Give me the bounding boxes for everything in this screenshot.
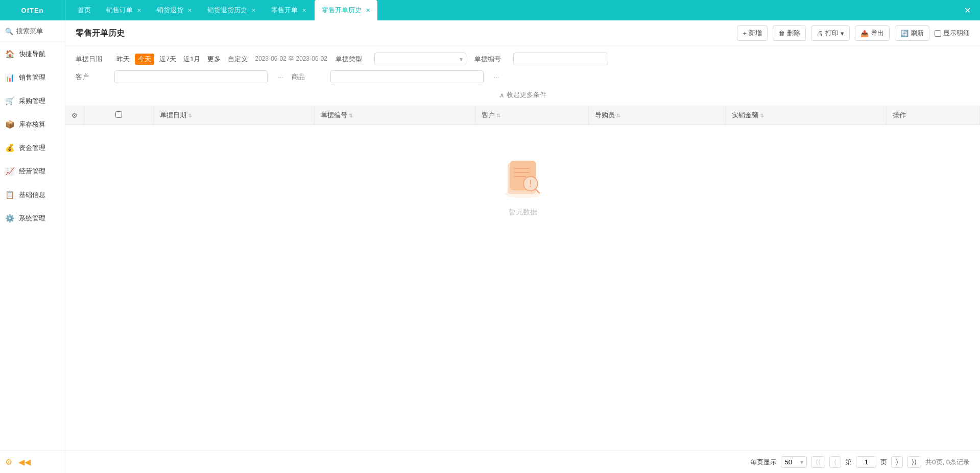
svg-point-8 xyxy=(530,186,531,187)
sort-salesperson-icon: ⇅ xyxy=(616,113,620,118)
tab-home-label: 首页 xyxy=(78,6,91,15)
top-nav: 首页 销售订单 ✕ 销货退货 ✕ 销货退货历史 ✕ 零售开单 ✕ 零售开单历史 … xyxy=(65,0,980,20)
delete-label: 删除 xyxy=(787,29,800,38)
date-range-display: 2023-06-02 至 2023-06-02 xyxy=(255,55,327,63)
page-number-input[interactable] xyxy=(856,456,876,468)
sidebar-item-basic-info[interactable]: 📋 基础信息 xyxy=(0,183,65,207)
per-page-label: 每页显示 xyxy=(750,458,777,467)
window-close-button[interactable]: ✕ xyxy=(960,6,975,15)
tab-retail-history[interactable]: 零售开单历史 ✕ xyxy=(315,0,377,20)
date-opt-custom[interactable]: 自定义 xyxy=(226,54,250,65)
print-dropdown-icon: ▾ xyxy=(841,30,844,37)
date-opt-yesterday[interactable]: 昨天 xyxy=(114,54,132,65)
date-opt-1month[interactable]: 近1月 xyxy=(181,54,202,65)
col-gear[interactable]: ⚙ xyxy=(65,106,84,125)
sidebar-item-label: 采购管理 xyxy=(19,96,45,106)
sidebar-item-quick-nav[interactable]: 🏠 快捷导航 xyxy=(0,42,65,66)
page-title: 零售开单历史 xyxy=(76,28,125,39)
export-button[interactable]: 📤 导出 xyxy=(855,26,890,41)
date-opt-today[interactable]: 今天 xyxy=(135,54,154,65)
collapse-bar[interactable]: ∧ 收起更多条件 xyxy=(76,88,970,99)
per-page-select[interactable]: 10 20 50 100 xyxy=(781,456,807,468)
add-label: 新增 xyxy=(749,29,762,38)
sidebar-item-label: 库存核算 xyxy=(19,120,45,129)
sidebar-item-system[interactable]: ⚙️ 系统管理 xyxy=(0,207,65,230)
filter-area: 单据日期 昨天 今天 近7天 近1月 更多 自定义 2023-06-02 至 2… xyxy=(65,46,980,106)
customer-input[interactable] xyxy=(114,70,268,83)
doc-type-label: 单据类型 xyxy=(336,55,366,64)
sidebar: OfTEn 🔍 搜索菜单 🏠 快捷导航 📊 销售管理 🛒 采购管理 📦 库存核算… xyxy=(0,0,65,473)
tab-retail-open[interactable]: 零售开单 ✕ xyxy=(264,0,314,20)
customer-more-icon[interactable]: ··· xyxy=(278,73,283,81)
collapse-sidebar-icon[interactable]: ◀◀ xyxy=(18,457,31,467)
tab-retail-open-label: 零售开单 xyxy=(271,6,298,15)
date-options: 昨天 今天 近7天 近1月 更多 自定义 2023-06-02 至 2023-0… xyxy=(114,54,327,65)
sidebar-item-finance[interactable]: 💰 资金管理 xyxy=(0,136,65,160)
sidebar-item-inventory[interactable]: 📦 库存核算 xyxy=(0,113,65,136)
money-icon: 💰 xyxy=(5,143,15,153)
tab-sales-order-label: 销售订单 xyxy=(106,6,133,15)
refresh-button[interactable]: 🔄 刷新 xyxy=(895,26,929,41)
print-label: 打印 xyxy=(825,29,839,38)
prev-page-button[interactable]: ⟨ xyxy=(829,456,841,468)
empty-text: 暂无数据 xyxy=(509,208,537,217)
tab-home[interactable]: 首页 xyxy=(70,0,98,20)
tab-sales-order[interactable]: 销售订单 ✕ xyxy=(99,0,149,20)
tab-sales-return-history-label: 销货退货历史 xyxy=(207,6,247,15)
operations-icon: 📈 xyxy=(5,167,15,176)
sidebar-item-operations[interactable]: 📈 经营管理 xyxy=(0,160,65,183)
delete-icon: 🗑 xyxy=(778,30,785,37)
select-all-checkbox[interactable] xyxy=(115,111,122,118)
search-icon: 🔍 xyxy=(5,28,13,35)
table-head: ⚙ 单据日期 ⇅ 单据编号 xyxy=(65,106,980,125)
print-button[interactable]: 🖨 打印 ▾ xyxy=(811,26,850,41)
per-page-select-wrapper: 10 20 50 100 xyxy=(781,456,807,468)
sidebar-item-label: 基础信息 xyxy=(19,190,45,200)
add-button[interactable]: + 新增 xyxy=(737,26,768,41)
app-title: OfTEn xyxy=(21,7,44,14)
show-detail-toggle[interactable]: 显示明细 xyxy=(935,29,970,38)
gear-icon: ⚙️ xyxy=(5,214,15,223)
last-page-button[interactable]: ⟩⟩ xyxy=(907,456,921,468)
table-container: ⚙ 单据日期 ⇅ 单据编号 xyxy=(65,106,980,451)
doc-no-input[interactable] xyxy=(513,53,608,65)
sidebar-item-purchase-mgmt[interactable]: 🛒 采购管理 xyxy=(0,89,65,113)
page-header: 零售开单历史 + 新增 🗑 删除 🖨 打印 ▾ 📤 导出 xyxy=(65,20,980,46)
show-detail-checkbox[interactable] xyxy=(935,30,941,37)
date-opt-more[interactable]: 更多 xyxy=(205,54,223,65)
col-checkbox xyxy=(84,106,154,125)
first-page-button[interactable]: ⟨⟨ xyxy=(811,456,825,468)
tab-sales-order-close[interactable]: ✕ xyxy=(137,7,141,14)
show-detail-label: 显示明细 xyxy=(943,29,970,38)
tab-sales-return-history[interactable]: 销货退货历史 ✕ xyxy=(200,0,263,20)
product-more-icon[interactable]: ··· xyxy=(494,73,499,81)
col-amount[interactable]: 实销金额 ⇅ xyxy=(726,106,887,125)
col-doc-no[interactable]: 单据编号 ⇅ xyxy=(315,106,475,125)
collapse-icon: ∧ xyxy=(499,91,505,99)
product-input[interactable] xyxy=(330,70,484,83)
date-opt-7days[interactable]: 近7天 xyxy=(157,54,178,65)
col-action: 操作 xyxy=(887,106,980,125)
tab-sales-return-history-close[interactable]: ✕ xyxy=(251,7,256,14)
logo: OfTEn xyxy=(0,0,65,20)
sidebar-item-sales-mgmt[interactable]: 📊 销售管理 xyxy=(0,66,65,89)
delete-button[interactable]: 🗑 删除 xyxy=(773,26,806,41)
empty-icon xyxy=(497,156,548,202)
settings-icon[interactable]: ⚙ xyxy=(5,457,12,467)
doc-type-select[interactable] xyxy=(374,53,466,65)
tab-sales-return-close[interactable]: ✕ xyxy=(187,7,192,14)
col-date[interactable]: 单据日期 ⇅ xyxy=(154,106,315,125)
tab-retail-history-label: 零售开单历史 xyxy=(322,6,362,15)
tab-sales-return[interactable]: 销货退货 ✕ xyxy=(150,0,199,20)
content-area: 零售开单历史 + 新增 🗑 删除 🖨 打印 ▾ 📤 导出 xyxy=(65,20,980,473)
next-page-button[interactable]: ⟩ xyxy=(891,456,903,468)
sort-docno-icon: ⇅ xyxy=(349,113,353,118)
tab-retail-open-close[interactable]: ✕ xyxy=(302,7,306,14)
doc-no-label: 单据编号 xyxy=(474,55,505,64)
col-customer[interactable]: 客户 ⇅ xyxy=(475,106,589,125)
col-salesperson[interactable]: 导购员 ⇅ xyxy=(588,106,725,125)
tab-retail-history-close[interactable]: ✕ xyxy=(366,7,370,14)
doc-type-select-wrapper xyxy=(374,53,466,65)
sidebar-search[interactable]: 🔍 搜索菜单 xyxy=(0,20,65,42)
export-label: 导出 xyxy=(871,29,884,38)
